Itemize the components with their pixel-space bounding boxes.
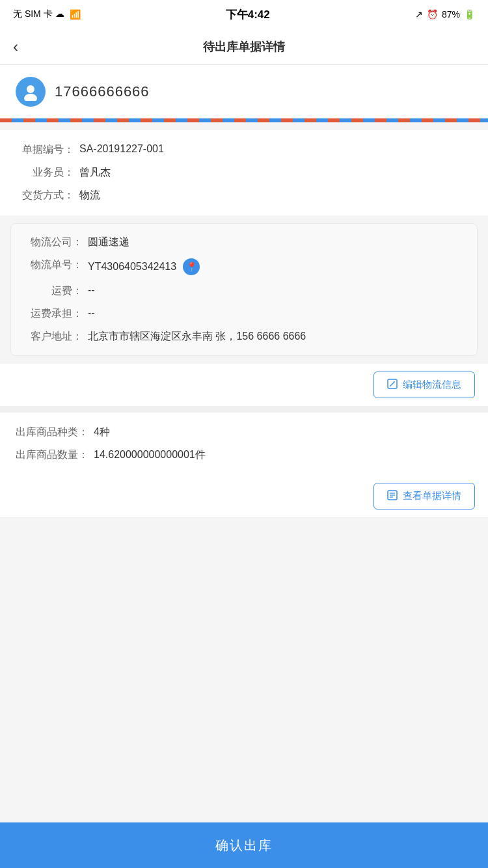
user-avatar	[16, 77, 46, 107]
location-status-icon: ↗	[415, 9, 423, 20]
battery-icon: 🔋	[464, 9, 475, 20]
edit-btn-container: 编辑物流信息	[0, 364, 488, 406]
address-row: 客户地址： 北京市市辖区海淀区永丰南 张，156 6666 6666	[24, 330, 464, 344]
logistics-tracking-row: 物流单号： YT43064053424​13 📍	[24, 258, 464, 275]
freight-label: 运费：	[24, 284, 83, 298]
address-value: 北京市市辖区海淀区永丰南 张，156 6666 6666	[88, 330, 464, 344]
dashed-separator	[0, 118, 488, 122]
confirm-button-label: 确认出库	[215, 837, 273, 854]
edit-logistics-button[interactable]: 编辑物流信息	[373, 372, 475, 398]
product-quantity-row: 出库商品数量： 14.620000000000001件	[16, 448, 472, 462]
order-number-value: SA-20191227-001	[79, 143, 472, 155]
view-btn-container: 查看单据详情	[0, 475, 488, 518]
edit-logistics-label: 编辑物流信息	[403, 379, 461, 391]
salesman-label: 业务员：	[16, 166, 74, 180]
freight-row: 运费： --	[24, 284, 464, 298]
user-icon	[21, 83, 40, 101]
delivery-label: 交货方式：	[16, 189, 74, 202]
user-phone: 17666666666	[55, 83, 150, 100]
back-button[interactable]: ‹	[13, 38, 18, 56]
product-quantity-value: 14.620000000000001件	[94, 448, 472, 462]
logistics-card: 物流公司： 圆通速递 物流单号： YT43064053424​13 📍 运费： …	[10, 223, 478, 356]
order-info-section: 单据编号： SA-20191227-001 业务员： 曾凡杰 交货方式： 物流	[0, 130, 488, 215]
tracking-number-text: YT43064053424​13	[88, 261, 176, 273]
content-spacer	[0, 518, 488, 648]
confirm-bar[interactable]: 确认出库	[0, 822, 488, 868]
address-label: 客户地址：	[24, 330, 83, 344]
freight-bear-row: 运费承担： --	[24, 307, 464, 321]
logistics-company-label: 物流公司：	[24, 236, 83, 249]
svg-point-1	[24, 94, 37, 101]
svg-point-0	[27, 85, 34, 93]
view-icon	[387, 490, 398, 502]
product-section: 出库商品种类： 4种 出库商品数量： 14.620000000000001件	[0, 413, 488, 475]
logistics-tracking-value: YT43064053424​13 📍	[88, 258, 464, 275]
delivery-value: 物流	[79, 189, 472, 202]
delivery-row: 交货方式： 物流	[16, 189, 472, 202]
tracking-location-icon[interactable]: 📍	[183, 258, 200, 275]
view-details-label: 查看单据详情	[403, 490, 461, 502]
battery-text: 87%	[442, 9, 460, 20]
view-details-button[interactable]: 查看单据详情	[373, 483, 475, 509]
section-divider	[0, 406, 488, 413]
alarm-icon: ⏰	[427, 9, 438, 20]
wifi-icon: 📶	[70, 9, 81, 20]
logistics-company-row: 物流公司： 圆通速递	[24, 236, 464, 249]
status-bar: 无 SIM 卡 ☁ 📶 下午4:42 ↗ ⏰ 87% 🔋	[0, 0, 488, 29]
sim-text: 无 SIM 卡 ☁	[13, 8, 64, 20]
freight-value: --	[88, 284, 464, 296]
product-types-label: 出库商品种类：	[16, 426, 88, 439]
user-section: 17666666666	[0, 65, 488, 118]
product-quantity-label: 出库商品数量：	[16, 448, 88, 462]
freight-bear-label: 运费承担：	[24, 307, 83, 321]
freight-bear-value: --	[88, 307, 464, 319]
product-types-value: 4种	[94, 426, 472, 439]
order-number-row: 单据编号： SA-20191227-001	[16, 143, 472, 157]
logistics-tracking-label: 物流单号：	[24, 258, 83, 272]
edit-icon	[387, 379, 398, 391]
status-left: 无 SIM 卡 ☁ 📶	[13, 8, 81, 20]
status-time: 下午4:42	[226, 7, 270, 22]
product-types-row: 出库商品种类： 4种	[16, 426, 472, 439]
status-right: ↗ ⏰ 87% 🔋	[415, 9, 475, 20]
salesman-value: 曾凡杰	[79, 166, 472, 180]
order-number-label: 单据编号：	[16, 143, 74, 157]
nav-bar: ‹ 待出库单据详情	[0, 29, 488, 65]
salesman-row: 业务员： 曾凡杰	[16, 166, 472, 180]
logistics-company-value: 圆通速递	[88, 236, 464, 249]
page-title: 待出库单据详情	[203, 39, 285, 55]
